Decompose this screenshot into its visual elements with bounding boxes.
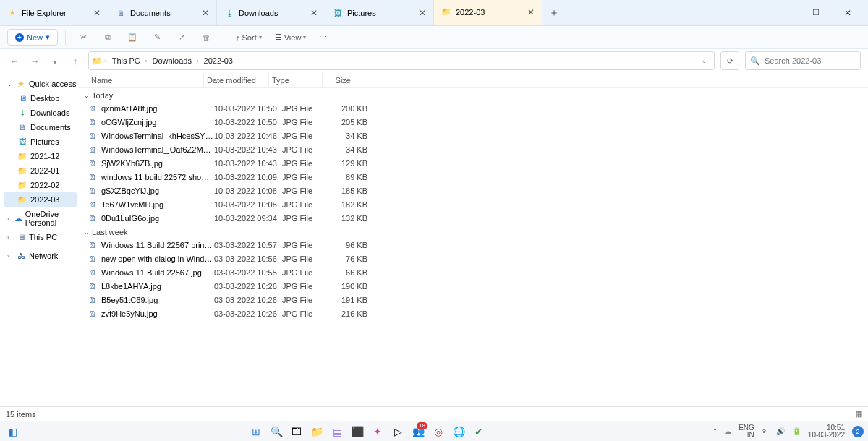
close-tab-icon[interactable]: ✕ (310, 8, 318, 18)
close-window-button[interactable]: ✕ (832, 0, 864, 25)
file-row[interactable]: 🖻gSXZBqcYIJ.jpg10-03-2022 10:08JPG File1… (78, 184, 868, 197)
cut-button[interactable]: ✂ (73, 28, 93, 47)
up-button[interactable]: ↑ (68, 56, 82, 67)
column-headers[interactable]: Name Date modified Type Size (78, 72, 868, 88)
sidebar-item-2022-02[interactable]: 📁 2022-02 (4, 178, 77, 192)
rename-button[interactable]: ✎ (147, 28, 167, 47)
image-file-icon: 🖻 (88, 145, 98, 154)
breadcrumb-leaf[interactable]: 2022-03 (202, 56, 235, 65)
file-row[interactable]: 🖻0Du1LuIG6o.jpg10-03-2022 09:34JPG File1… (78, 211, 868, 225)
terminal-app[interactable]: ⬛ (349, 424, 365, 440)
sidebar-onedrive[interactable]: › ☁ OneDrive - Personal (4, 211, 77, 226)
file-row[interactable]: 🖻zvf9He5yNu.jpg03-03-2022 10:26JPG File2… (78, 307, 868, 320)
file-row[interactable]: 🖻WindowsTerminal_jOaf6Z2M1i.jpg10-03-202… (78, 142, 868, 156)
file-row[interactable]: 🖻Te67W1vcMH.jpg10-03-2022 10:08JPG File1… (78, 197, 868, 211)
more-button[interactable]: ⋯ (315, 30, 331, 45)
maximize-button[interactable]: ☐ (800, 0, 832, 25)
back-button[interactable]: ← (7, 56, 22, 67)
file-row[interactable]: 🖻L8kbe1AHYA.jpg03-03-2022 10:26JPG File1… (78, 279, 868, 293)
minimize-button[interactable]: — (768, 0, 800, 25)
search-input[interactable] (765, 56, 856, 65)
clock[interactable]: 10:51 10-03-2022 (808, 424, 845, 439)
file-row[interactable]: 🖻SjW2KYb6ZB.jpg10-03-2022 10:43JPG File1… (78, 156, 868, 170)
forward-button[interactable]: → (27, 56, 42, 67)
file-row[interactable]: 🖻qxnmAfTA8f.jpg10-03-2022 10:50JPG File2… (78, 101, 868, 115)
share-button[interactable]: ↗ (171, 28, 192, 47)
tab-file-explorer[interactable]: ★File Explorer✕ (0, 0, 109, 25)
column-date[interactable]: Date modified (204, 72, 269, 87)
column-size[interactable]: Size (323, 72, 354, 87)
sidebar-item-downloads[interactable]: ⭳ Downloads (4, 106, 77, 120)
close-tab-icon[interactable]: ✕ (202, 8, 209, 18)
notes-app[interactable]: ▤ (329, 424, 345, 440)
breadcrumb-root[interactable]: This PC (110, 56, 142, 65)
sidebar-item-desktop[interactable]: 🖥 Desktop (4, 91, 77, 106)
todo-app[interactable]: ✔ (471, 424, 487, 440)
details-view-icon[interactable]: ☰ (845, 409, 852, 419)
wifi-icon[interactable]: ᯤ (762, 427, 769, 435)
view-button[interactable]: ☰ View ▾ (271, 30, 311, 45)
sidebar-item-documents[interactable]: 🗎 Documents (4, 120, 77, 134)
file-row[interactable]: 🖻windows 11 build 22572 show more opti..… (78, 170, 868, 184)
sidebar-item-2022-01[interactable]: 📁 2022-01 (4, 163, 77, 178)
tray-onedrive-icon[interactable]: ☁ (724, 427, 731, 435)
breadcrumb-mid[interactable]: Downloads (150, 56, 193, 65)
file-row[interactable]: 🖻WindowsTerminal_khHcesSYCB.jpg10-03-202… (78, 129, 868, 142)
paste-button[interactable]: 📋 (122, 28, 142, 47)
edge-app[interactable]: ◎ (430, 424, 446, 440)
column-type[interactable]: Type (269, 72, 323, 87)
sidebar-quick-access[interactable]: ⌄ ★ Quick access (4, 77, 77, 91)
column-name[interactable]: Name (88, 72, 204, 87)
battery-icon[interactable]: 🔋 (792, 427, 801, 435)
tab-2022-03[interactable]: 📁2022-03✕ (434, 0, 542, 25)
teams-app[interactable]: 👥18 (410, 424, 426, 440)
sidebar-item-label: 2022-01 (30, 166, 59, 175)
new-tab-button[interactable]: ＋ (542, 0, 566, 25)
refresh-button[interactable]: ⟳ (720, 51, 739, 70)
thumbnails-view-icon[interactable]: ▦ (855, 409, 862, 419)
address-dropdown-icon[interactable]: ⌄ (697, 58, 711, 64)
close-tab-icon[interactable]: ✕ (419, 8, 426, 18)
group-header-lastweek[interactable]: ⌄ Last week (78, 225, 868, 238)
file-row[interactable]: 🖻Windows 11 Build 22567 brings a new op.… (78, 238, 868, 252)
folder-icon: 📁 (92, 56, 102, 66)
tray-chevron-up-icon[interactable]: ˄ (713, 427, 717, 435)
address-bar[interactable]: 📁 › This PC › Downloads › 2022-03 ⌄ (88, 51, 715, 70)
plus-icon: + (15, 33, 24, 42)
sidebar-item-2021-12[interactable]: 📁 2021-12 (4, 149, 77, 163)
sidebar-item-pictures[interactable]: 🖼 Pictures (4, 134, 77, 149)
notification-center-button[interactable]: 2 (852, 426, 864, 437)
file-row[interactable]: 🖻Windows 11 Build 22567.jpg03-03-2022 10… (78, 265, 868, 279)
file-row[interactable]: 🖻oCGWljZcnj.jpg10-03-2022 10:50JPG File2… (78, 115, 868, 129)
chrome-app[interactable]: 🌐 (451, 424, 467, 440)
group-header-today[interactable]: ⌄ Today (78, 88, 868, 101)
volume-icon[interactable]: 🔊 (776, 427, 785, 435)
task-view-button[interactable]: 🗔 (289, 424, 305, 440)
sidebar-this-pc[interactable]: › 🖥 This PC (4, 230, 77, 244)
start-button[interactable]: ⊞ (248, 424, 264, 440)
image-file-icon: 🖻 (88, 309, 98, 318)
sidebar-network[interactable]: › 🖧 Network (4, 249, 77, 263)
search-button[interactable]: 🔍 (268, 424, 284, 440)
tab-pictures[interactable]: 🖼Pictures✕ (326, 0, 434, 25)
file-row[interactable]: 🖻B5ey51tC69.jpg03-03-2022 10:26JPG File1… (78, 293, 868, 307)
search-box[interactable]: 🔍 (745, 51, 861, 70)
photos-app[interactable]: ✦ (370, 424, 386, 440)
delete-button[interactable]: 🗑 (196, 28, 216, 47)
copy-button[interactable]: ⧉ (98, 28, 118, 47)
sidebar-item-2022-03[interactable]: 📁 2022-03 (4, 192, 77, 207)
image-file-icon: 🖻 (88, 118, 98, 127)
widgets-button[interactable]: ◧ (4, 424, 20, 440)
video-app[interactable]: ▷ (390, 424, 406, 440)
new-button[interactable]: + New ▾ (7, 29, 58, 46)
sort-button[interactable]: ↕ Sort ▾ (231, 30, 266, 45)
language-indicator[interactable]: ENG IN (739, 424, 754, 439)
file-explorer-app[interactable]: 📁 (309, 424, 325, 440)
close-tab-icon[interactable]: ✕ (527, 7, 535, 17)
tab-documents[interactable]: 🗎Documents✕ (109, 0, 217, 25)
recent-button[interactable]: ▾ (48, 56, 62, 67)
file-name: B5ey51tC69.jpg (101, 296, 214, 304)
tab-downloads[interactable]: ⭳Downloads✕ (217, 0, 326, 25)
file-row[interactable]: 🖻new open with dialog in Windows 11 Buil… (78, 252, 868, 265)
close-tab-icon[interactable]: ✕ (93, 8, 101, 18)
